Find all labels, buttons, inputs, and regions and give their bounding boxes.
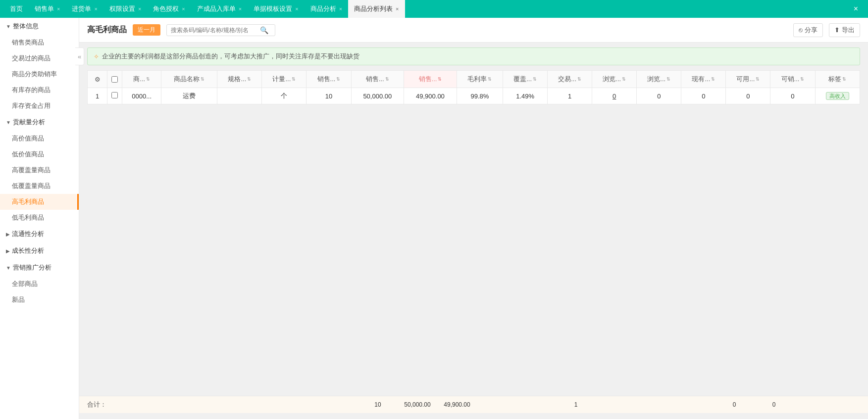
sidebar: ▼ 整体信息 销售类商品 交易过的商品 商品分类助销率 有库存的商品 库存资金占… xyxy=(0,18,79,419)
cell-tag: 高收入 xyxy=(815,88,860,104)
close-icon[interactable]: × xyxy=(94,6,97,12)
settings-icon[interactable]: ⚙ xyxy=(95,76,101,83)
sort-icon: ⇅ xyxy=(488,77,492,82)
nav-product-analysis-list[interactable]: 商品分析列表 × xyxy=(348,0,405,18)
search-icon[interactable]: 🔍 xyxy=(260,26,268,34)
sidebar-item-all-goods[interactable]: 全部商品 xyxy=(0,276,79,292)
cell-code: 0000... xyxy=(122,88,161,104)
col-spec[interactable]: 规格... ⇅ xyxy=(217,71,262,88)
sort-icon: ⇅ xyxy=(842,77,846,82)
sidebar-item-low-coverage[interactable]: 低覆盖量商品 xyxy=(0,178,79,194)
nav-template-settings[interactable]: 单据模板设置 × xyxy=(248,0,304,18)
col-coverage[interactable]: 覆盖... ⇅ xyxy=(503,71,548,88)
cell-view1: 0 xyxy=(592,88,637,104)
export-icon: ⬆ xyxy=(834,26,840,34)
cell-sale-profit: 49,900.00 xyxy=(404,88,457,104)
cell-sale-amt: 50,000.00 xyxy=(351,88,404,104)
nav-permission-settings[interactable]: 权限设置 × xyxy=(103,0,147,18)
close-icon[interactable]: × xyxy=(57,6,60,12)
horizontal-scrollbar[interactable] xyxy=(87,413,860,419)
col-available[interactable]: 可用... ⇅ xyxy=(726,71,770,88)
sidebar-item-low-value[interactable]: 低价值商品 xyxy=(0,146,79,162)
col-stock[interactable]: 现有... ⇅ xyxy=(681,71,726,88)
close-icon[interactable]: × xyxy=(396,6,399,12)
close-icon[interactable]: × xyxy=(339,6,342,12)
arrow-down-icon: ▼ xyxy=(6,265,11,271)
date-filter-button[interactable]: 近一月 xyxy=(133,24,160,36)
table-row: 1 0000... 运费 xyxy=(88,88,860,104)
sort-icon: ⇅ xyxy=(800,77,804,82)
close-icon[interactable]: × xyxy=(239,6,242,12)
sidebar-item-traded-goods[interactable]: 交易过的商品 xyxy=(0,50,79,66)
search-input[interactable] xyxy=(171,27,260,34)
cell-checkbox xyxy=(107,88,122,104)
row-checkbox[interactable] xyxy=(111,92,118,98)
col-sale-amt[interactable]: 销售... ⇅ xyxy=(351,71,404,88)
col-view2[interactable]: 浏览... ⇅ xyxy=(637,71,681,88)
col-code[interactable]: 商... ⇅ xyxy=(122,71,161,88)
info-banner: ✧ 企业的主要的利润都是这部分商品创造的，可考虑加大推广，同时关注库存是不要出现… xyxy=(87,47,860,65)
col-unit[interactable]: 计量... ⇅ xyxy=(262,71,306,88)
nav-sales-order[interactable]: 销售单 × xyxy=(29,0,66,18)
sidebar-group-marketing[interactable]: ▼ 营销推广分析 xyxy=(0,259,79,276)
sort-icon: ⇅ xyxy=(385,77,389,82)
col-sale-profit[interactable]: 销售... ⇅ xyxy=(404,71,457,88)
col-checkbox xyxy=(107,71,122,88)
col-view1[interactable]: 浏览... ⇅ xyxy=(592,71,637,88)
nav-role-auth[interactable]: 角色授权 × xyxy=(147,0,191,18)
sidebar-group-contribution[interactable]: ▼ 贡献量分析 xyxy=(0,114,79,131)
arrow-down-icon: ▼ xyxy=(6,24,11,29)
sidebar-item-new-goods[interactable]: 新品 xyxy=(0,292,79,308)
close-icon[interactable]: × xyxy=(182,6,185,12)
col-sale-qty[interactable]: 销售... ⇅ xyxy=(306,71,351,88)
sidebar-item-stock-funds[interactable]: 库存资金占用 xyxy=(0,98,79,114)
sidebar-item-category-rate[interactable]: 商品分类助销率 xyxy=(0,66,79,82)
sidebar-item-high-coverage[interactable]: 高覆盖量商品 xyxy=(0,162,79,178)
share-icon: ⎋ xyxy=(799,26,803,34)
footer-trade-count: 1 xyxy=(556,401,596,408)
window-close-button[interactable]: × xyxy=(848,4,864,13)
data-table: ⚙ 商... ⇅ xyxy=(87,70,860,104)
sidebar-collapse-button[interactable]: « xyxy=(75,47,84,65)
footer-sale-qty: 10 xyxy=(358,401,398,408)
nav-product-analysis[interactable]: 商品分析 × xyxy=(305,0,348,18)
cell-spec xyxy=(217,88,262,104)
sort-icon: ⇅ xyxy=(201,77,204,82)
col-trade-count[interactable]: 交易... ⇅ xyxy=(548,71,592,88)
sidebar-item-sales-goods[interactable]: 销售类商品 xyxy=(0,35,79,50)
sidebar-group-circulation[interactable]: ▶ 流通性分析 xyxy=(0,226,79,242)
select-all-checkbox[interactable] xyxy=(111,76,118,83)
col-gross-rate[interactable]: 毛利率 ⇅ xyxy=(457,71,503,88)
table-footer: 合计： 10 50,000.00 49,900.00 1 xyxy=(79,396,868,413)
cell-saleable: 0 xyxy=(770,88,815,104)
export-button[interactable]: ⬆ 导出 xyxy=(829,23,860,37)
search-box: 🔍 xyxy=(166,24,275,36)
content-area: 高毛利商品 近一月 🔍 ⎋ 分享 ⬆ 导出 ✧ 企业的主要 xyxy=(79,18,868,419)
cell-sale-qty: 10 xyxy=(306,88,351,104)
sort-icon: ⇅ xyxy=(756,77,760,82)
nav-home[interactable]: 首页 xyxy=(4,0,29,18)
close-icon[interactable]: × xyxy=(295,6,298,12)
sidebar-item-high-value[interactable]: 高价值商品 xyxy=(0,131,79,146)
share-button[interactable]: ⎋ 分享 xyxy=(793,23,823,37)
sidebar-item-low-gross[interactable]: 低毛利商品 xyxy=(0,210,79,226)
info-icon: ✧ xyxy=(94,53,99,60)
col-tag[interactable]: 标签 ⇅ xyxy=(815,71,860,88)
footer-sale-profit: 49,900.00 xyxy=(437,401,477,408)
sort-icon: ⇅ xyxy=(577,77,581,82)
nav-product-inbound[interactable]: 产成品入库单 × xyxy=(191,0,248,18)
sort-icon: ⇅ xyxy=(247,77,251,82)
table-container[interactable]: ⚙ 商... ⇅ xyxy=(87,70,860,396)
col-index: ⚙ xyxy=(88,71,107,88)
sort-icon: ⇅ xyxy=(533,77,537,82)
sidebar-item-high-gross[interactable]: 高毛利商品 xyxy=(0,194,79,210)
col-name[interactable]: 商品名称 ⇅ xyxy=(161,71,217,88)
sidebar-group-overall[interactable]: ▼ 整体信息 xyxy=(0,18,79,35)
close-icon[interactable]: × xyxy=(138,6,141,12)
nav-purchase-order[interactable]: 进货单 × xyxy=(66,0,103,18)
sidebar-group-growth[interactable]: ▶ 成长性分析 xyxy=(0,242,79,259)
sort-icon: ⇅ xyxy=(622,77,626,82)
sidebar-item-in-stock[interactable]: 有库存的商品 xyxy=(0,82,79,98)
footer-saleable: 0 xyxy=(754,401,794,408)
col-saleable[interactable]: 可销... ⇅ xyxy=(770,71,815,88)
